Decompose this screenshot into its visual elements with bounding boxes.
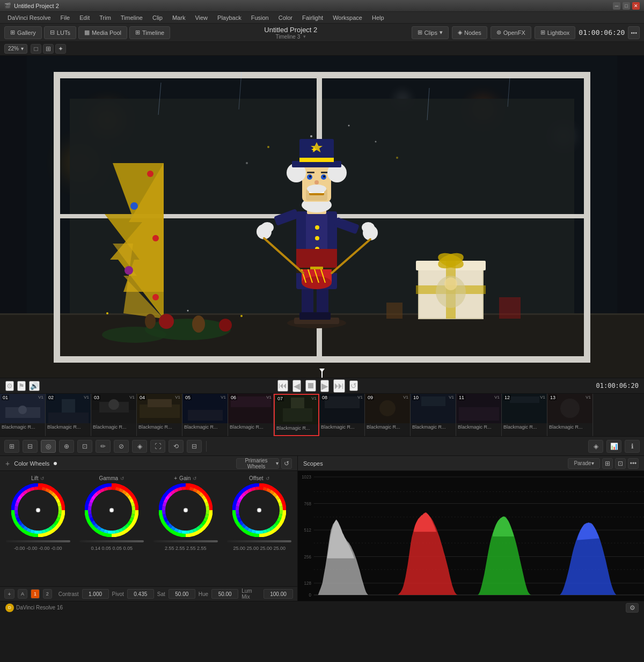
parade-dropdown[interactable]: Parade ▾ [568,458,600,469]
nodes-button[interactable]: ◈ Nodes [452,26,487,39]
color-wheel-offset[interactable] [232,483,286,537]
menu-help[interactable]: Help [368,13,389,22]
color-tool-10[interactable]: ⟲ [169,440,184,453]
color-tool-3-active[interactable]: ◎ [41,440,56,453]
color-tool-9[interactable]: ⛶ [150,440,165,453]
luts-button[interactable]: ⊟ LUTs [44,26,76,39]
menu-clip[interactable]: Clip [148,13,167,22]
svg-point-57 [363,225,378,240]
menu-edit[interactable]: Edit [75,13,94,22]
add-wheel-icon: + [5,459,10,468]
timeline-nav-button[interactable]: ⊞ Timeline [129,26,170,39]
timeline-clip-07[interactable]: 07 V1 Blackmagic R... [274,394,319,436]
timeline-clip-04[interactable]: 04 V1 Blackmagic R... [137,394,182,436]
wheel-slider-lift[interactable] [6,540,70,542]
color-tool-2[interactable]: ⊟ [23,440,38,453]
more-options-button[interactable]: ••• [628,26,640,39]
color-wheel-gamma[interactable] [85,483,138,537]
wheel-reset-gamma[interactable]: ↺ [120,476,125,481]
menu-fusion[interactable]: Fusion [247,13,273,22]
wheel-reset-offset[interactable]: ↺ [266,476,270,481]
wheel-reset-gain[interactable]: ↺ [193,476,197,481]
timeline-clip-09[interactable]: 09 V1 Blackmagic R... [365,394,411,436]
color-wheel-lift[interactable] [11,483,65,537]
color-tool-8[interactable]: ◈ [132,440,147,453]
clip-label: Blackmagic R... [0,423,45,431]
lightbox-button[interactable]: ⊞ Lightbox [535,26,576,39]
contrast-input[interactable] [82,589,109,599]
node-1-button[interactable]: 1 [31,589,40,599]
video-viewer[interactable]: ✦ [0,56,644,378]
scope-option-3[interactable]: ••• [628,458,639,469]
timeline-clip-10[interactable]: 10 V1 Blackmagic R... [411,394,456,436]
add-node-button[interactable]: + [4,589,14,599]
scope-option-2[interactable]: ⊡ [615,458,626,469]
node-graph-button[interactable]: ◈ [588,440,603,453]
wheel-slider-offset[interactable] [227,540,291,542]
wheel-reset-lift[interactable]: ↺ [40,476,45,481]
color-tool-1[interactable]: ⊞ [4,440,19,453]
timeline-clip-05[interactable]: 05 V1 Blackmagic R... [182,394,228,436]
viewer-settings-button[interactable]: ⚙ [5,381,14,391]
node-a-button[interactable]: A [18,589,28,599]
color-wheel-gain[interactable] [159,483,213,537]
play-button[interactable]: ▶ [320,380,329,392]
maximize-button[interactable]: □ [623,2,630,10]
node-2-button[interactable]: 2 [43,589,52,599]
menu-file[interactable]: File [56,13,75,22]
timeline-clip-13[interactable]: 13 V1 Blackmagic R... [547,394,593,436]
menu-workspace[interactable]: Workspace [328,13,367,22]
timeline-clip-01[interactable]: 01 V1 Blackmagic R... [0,394,46,436]
viewer-tool-3[interactable]: ✦ [55,44,66,54]
prev-frame-button[interactable]: ◀ [292,380,301,392]
menu-fairlight[interactable]: Fairlight [298,13,327,22]
timeline-clip-03[interactable]: 03 V1 Blackmagic R... [91,394,137,436]
hue-input[interactable] [211,589,238,599]
media-pool-button[interactable]: ▦ Media Pool [78,26,127,39]
menu-playback[interactable]: Playback [213,13,246,22]
timeline-clip-08[interactable]: 08 V1 Blackmagic R... [319,394,365,436]
viewer-flag-button[interactable]: ⚑ [17,381,26,391]
color-tool-6[interactable]: ✏ [96,440,111,453]
info-button[interactable]: ℹ [625,440,640,453]
primaries-dropdown[interactable]: Primaries Wheels ▾ [236,458,279,469]
lum-mix-input[interactable] [264,589,293,599]
menu-mark[interactable]: Mark [168,13,189,22]
openfx-button[interactable]: ⊛ OpenFX [491,26,531,39]
close-button[interactable]: ✕ [632,2,640,10]
menu-trim[interactable]: Trim [95,13,115,22]
skip-to-start-button[interactable]: ⏮ [277,380,288,392]
loop-button[interactable]: ↺ [349,380,358,391]
wheel-slider-gain[interactable] [153,540,218,542]
color-tool-7[interactable]: ⊘ [114,440,129,453]
viewer-audio-button[interactable]: 🔊 [29,381,40,391]
color-tool-11[interactable]: ⊟ [187,440,202,453]
sat-input[interactable] [169,589,195,599]
color-tool-4[interactable]: ⊕ [59,440,74,453]
scope-option-1[interactable]: ⊞ [602,458,613,469]
viewer-tool-1[interactable]: □ [31,44,41,54]
status-settings-button[interactable]: ⚙ [626,603,639,613]
clips-view-button[interactable]: ⊞ Clips ▾ [412,26,449,39]
timeline-clip-02[interactable]: 02 V1 Blackmagic R... [46,394,91,436]
timeline-clip-12[interactable]: 12 V1 Blackmagic R... [502,394,547,436]
scope-button[interactable]: 📊 [606,440,621,453]
timeline-clip-06[interactable]: 06 V1 Blackmagic R... [228,394,274,436]
menu-davinci[interactable]: DaVinci Resolve [3,13,55,22]
menu-timeline[interactable]: Timeline [116,13,147,22]
wheel-slider-gamma[interactable] [79,540,144,542]
zoom-level[interactable]: 22% ▾ [4,44,27,54]
svg-point-24 [147,171,153,177]
reset-wheels-button[interactable]: ↺ [281,458,292,469]
next-frame-button[interactable]: ⏭ [333,379,345,393]
menu-color[interactable]: Color [274,13,297,22]
menu-view[interactable]: View [191,13,212,22]
gallery-button[interactable]: ⊞ Gallery [4,26,42,39]
timeline-clip-11[interactable]: 11 V1 Blackmagic R... [456,394,502,436]
color-tool-5[interactable]: ⊡ [77,440,92,453]
pivot-input[interactable] [127,589,154,599]
stop-button[interactable]: ⏹ [305,380,316,392]
minimize-button[interactable]: ─ [613,2,620,10]
viewer-tool-2[interactable]: ⊞ [43,44,54,54]
svg-point-77 [314,180,319,185]
